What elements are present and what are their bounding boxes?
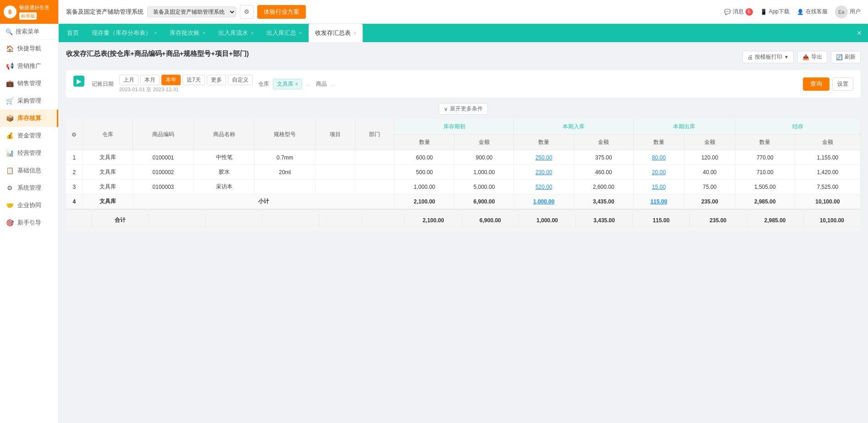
footer-in-qty: 1,000.00 <box>519 214 575 227</box>
close-all-tabs[interactable]: × <box>852 28 866 38</box>
tab-home[interactable]: 首页 <box>61 24 85 42</box>
tab-close-icon[interactable]: × <box>154 30 157 36</box>
warehouse-tag: 文具库 × <box>273 79 302 89</box>
subtotal-out-qty[interactable]: 115.00 <box>633 194 684 209</box>
tab-home-label: 首页 <box>67 29 79 37</box>
footer-opening-amt: 6,900.00 <box>462 214 519 227</box>
subtotal-no: 4 <box>66 194 83 209</box>
subtotal-out-amt: 235.00 <box>684 194 735 209</box>
logo-icon: 6 <box>4 5 17 18</box>
sidebar-item-marketing[interactable]: 📢 营销推广 <box>0 57 58 75</box>
sales-icon: 💼 <box>6 79 14 88</box>
date-more[interactable]: 更多 <box>207 75 226 85</box>
goods-more[interactable]: ... <box>331 81 335 87</box>
tab-close-icon[interactable]: × <box>202 30 205 36</box>
sidebar-item-system[interactable]: ⚙ 系统管理 <box>0 179 58 197</box>
system-select[interactable]: 装备及固定资产辅助管理系统 <box>147 6 236 17</box>
subtotal-in-qty[interactable]: 1,000.00 <box>514 194 574 209</box>
app-download-btn[interactable]: 📱 App下载 <box>760 8 790 16</box>
cell-out-qty[interactable]: 15.00 <box>633 180 684 194</box>
sidebar-logo: 6 畅捷通好生意 标准版 <box>0 0 58 24</box>
th-project: 项目 <box>315 119 355 150</box>
basic-info-icon: 📋 <box>6 166 14 175</box>
cell-in-qty[interactable]: 520.00 <box>514 180 574 194</box>
sidebar-item-label: 销售管理 <box>17 79 41 88</box>
cell-out-qty[interactable]: 20.00 <box>633 165 684 180</box>
query-btn[interactable]: 查询 <box>803 77 829 91</box>
experience-btn[interactable]: 体验行业方案 <box>257 5 306 19</box>
sidebar-item-enterprise[interactable]: 🤝 企业协同 <box>0 197 58 214</box>
tab-close-icon[interactable]: × <box>354 30 356 36</box>
export-btn[interactable]: 📤 导出 <box>797 51 827 63</box>
th-group-opening: 库存期初 <box>395 119 514 135</box>
sidebar-nav: 🏠 快捷导航 📢 营销推广 💼 销售管理 🛒 采购管理 📦 库存核算 💰 资金管… <box>0 40 58 423</box>
footer-label: 合计 <box>92 214 149 227</box>
sidebar-item-purchase[interactable]: 🛒 采购管理 <box>0 92 58 110</box>
th-group-closing: 结存 <box>735 119 860 135</box>
refresh-btn[interactable]: 🔄 刷新 <box>831 51 861 63</box>
cell-out-qty[interactable]: 80.00 <box>633 150 684 165</box>
sidebar-item-sales[interactable]: 💼 销售管理 <box>0 75 58 92</box>
subtotal-label: 小计 <box>133 194 395 209</box>
user-area[interactable]: Ea 用户 <box>835 5 861 18</box>
table-wrap: ⚙ 仓库 商品编码 商品名称 规格型号 项目 部门 库存期初 本期入库 本期出库… <box>66 119 861 209</box>
expand-row: ∨ 展开更多条件 <box>66 103 861 115</box>
sidebar-item-label: 新手引导 <box>17 219 41 227</box>
cell-in-amt: 2,600.00 <box>574 180 633 194</box>
date-this-year[interactable]: 本年 <box>161 75 181 85</box>
footer-in-amt: 3,435.00 <box>575 214 632 227</box>
th-closing-qty: 数量 <box>735 135 795 150</box>
date-last-month[interactable]: 上月 <box>119 75 138 85</box>
sidebar-item-basic-info[interactable]: 📋 基础信息 <box>0 162 58 179</box>
sidebar-item-inventory[interactable]: 📦 库存核算 <box>0 110 58 127</box>
table-settings-header[interactable]: ⚙ <box>66 119 83 150</box>
sidebar-item-guide[interactable]: 🎯 新手引导 <box>0 214 58 231</box>
cell-opening-amt: 5,000.00 <box>454 180 514 194</box>
message-btn[interactable]: 💬 消息 6 <box>724 8 753 16</box>
tab-batch[interactable]: 库存批次账 × <box>163 24 211 42</box>
filter-toggle-btn[interactable]: ▶ <box>73 76 84 87</box>
date-custom[interactable]: 自定义 <box>228 75 253 85</box>
date-this-month[interactable]: 本月 <box>140 75 160 85</box>
warehouse-label: 仓库 <box>258 80 269 88</box>
gear-button[interactable]: ⚙ <box>240 5 254 19</box>
tab-close-icon[interactable]: × <box>299 30 302 36</box>
chevron-down-icon: ▼ <box>784 55 789 60</box>
sidebar-item-operation[interactable]: 📊 经营管理 <box>0 144 58 162</box>
sidebar-item-quick-nav[interactable]: 🏠 快捷导航 <box>0 40 58 57</box>
tab-inout-flow[interactable]: 出入库流水 × <box>212 24 260 42</box>
tab-inout-summary-label: 出入库汇总 <box>266 29 296 37</box>
cell-spec: 0.7mm <box>254 150 315 165</box>
sidebar-item-label: 系统管理 <box>17 184 41 192</box>
table-row: 1 文具库 0100001 中性笔 0.7mm 600.00 900.00 25… <box>66 150 861 165</box>
cell-closing-amt: 1,155.00 <box>795 150 860 165</box>
th-group-out: 本期出库 <box>633 119 735 135</box>
cell-out-amt: 40.00 <box>684 165 735 180</box>
tab-inout-summary[interactable]: 出入库汇总 × <box>260 24 308 42</box>
sidebar-item-label: 资金管理 <box>17 132 41 140</box>
home-icon: 🏠 <box>6 44 14 53</box>
cell-out-amt: 120.00 <box>684 150 735 165</box>
warehouse-more[interactable]: ... <box>306 81 310 87</box>
warehouse-tag-close[interactable]: × <box>295 81 298 87</box>
cell-in-qty[interactable]: 250.00 <box>514 150 574 165</box>
cell-in-qty[interactable]: 230.00 <box>514 165 574 180</box>
date-7days[interactable]: 近7天 <box>182 75 205 85</box>
filter-bar: ▶ 记账日期 上月 本月 本年 近7天 更多 自定义 2023-01-01 至 … <box>66 70 861 98</box>
expand-btn[interactable]: ∨ 展开更多条件 <box>439 103 488 115</box>
tab-inventory-dist[interactable]: 现存量（库存分布表） × <box>85 24 163 42</box>
main-content: 装备及固定资产辅助管理系统 装备及固定资产辅助管理系统 ⚙ 体验行业方案 💬 消… <box>59 0 868 423</box>
cell-closing-qty: 770.00 <box>735 150 795 165</box>
sidebar-item-finance[interactable]: 💰 资金管理 <box>0 127 58 144</box>
tab-stock-summary[interactable]: 收发存汇总表 × <box>309 24 363 42</box>
tab-close-icon[interactable]: × <box>251 30 254 36</box>
online-service-btn[interactable]: 👤 在线客服 <box>797 8 828 16</box>
th-group-in: 本期入库 <box>514 119 633 135</box>
cell-dept <box>355 165 395 180</box>
sidebar-item-label: 经营管理 <box>17 149 41 157</box>
print-btn[interactable]: 🖨 按模板打印 ▼ <box>742 51 794 63</box>
cell-code: 0100003 <box>133 180 194 194</box>
sidebar-search-label: 搜索菜单 <box>16 27 39 36</box>
filter-settings-btn[interactable]: 设置 <box>832 77 853 91</box>
sidebar-search[interactable]: 🔍 搜索菜单 <box>0 24 58 40</box>
